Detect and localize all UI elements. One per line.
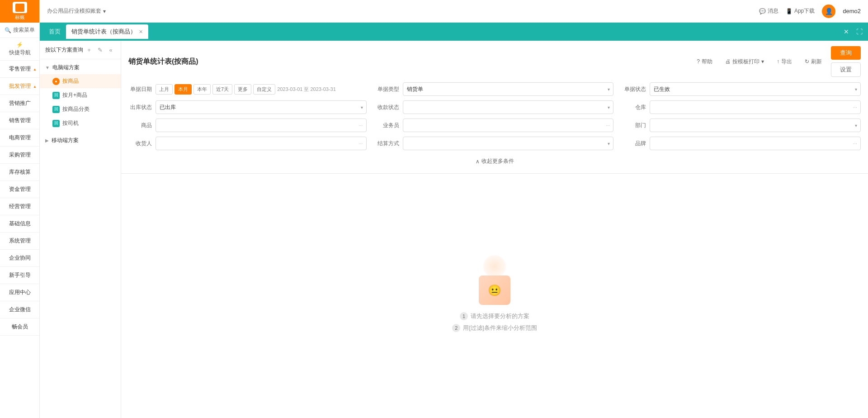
empty-box: 😐 [479, 276, 510, 305]
scheme-item-by-product[interactable]: ● 按商品 [40, 74, 121, 88]
print-label: 按模板打印 [732, 58, 760, 66]
scheme-item-by-cashier[interactable]: 回 按司机 [40, 116, 121, 130]
receiver-field: 收货人 ··· [128, 137, 367, 150]
out-status-field: 出库状态 ▾ [128, 100, 367, 114]
settlement-field: 结算方式 ▾ [376, 137, 614, 150]
user-name[interactable]: demo2 [843, 8, 861, 14]
collapse-btn[interactable]: ∧ 收起更多条件 [128, 155, 861, 168]
scheme-item-by-month-product[interactable]: 回 按月+商品 [40, 88, 121, 102]
tab-close-all-icon[interactable]: ✕ [842, 26, 851, 37]
sidebar-item-member[interactable]: 畅会员 [0, 318, 39, 336]
salesperson-label: 业务员 [376, 122, 399, 129]
export-btn[interactable]: ↑ 导出 [773, 56, 796, 67]
receiver-input[interactable] [156, 137, 367, 150]
collect-status-label: 收款状态 [376, 104, 399, 111]
settings-btn[interactable]: 设置 [831, 62, 861, 77]
refresh-btn[interactable]: ↻ 刷新 [801, 56, 826, 67]
department-input[interactable] [650, 119, 861, 132]
date-this-year-btn[interactable]: 本年 [193, 84, 211, 95]
doc-status-input[interactable] [650, 82, 861, 96]
app-download-btn[interactable]: 📱 App下载 [786, 7, 815, 15]
collect-status-input-wrap: ▾ [403, 100, 614, 114]
sidebar-item-operation[interactable]: 经营管理 [0, 198, 39, 215]
product-field: 商品 ··· [128, 119, 367, 132]
warehouse-input[interactable] [650, 100, 861, 114]
warehouse-more-icon[interactable]: ··· [853, 104, 857, 110]
user-avatar[interactable]: 👤 [822, 5, 835, 18]
date-more-btn[interactable]: 更多 [234, 84, 251, 95]
scheme-add-btn[interactable]: + [85, 45, 94, 54]
header-left: 办公用品行业模拟账套 ▾ [47, 7, 106, 15]
sidebar-item-system[interactable]: 系统管理 [0, 233, 39, 250]
message-btn[interactable]: 💬 消息 [759, 7, 778, 15]
salesperson-field: 业务员 ··· [376, 119, 614, 132]
out-status-input[interactable] [156, 100, 367, 114]
date-custom-btn[interactable]: 自定义 [253, 84, 275, 95]
product-input[interactable] [156, 119, 367, 132]
doc-type-field: 单据类型 ▾ [376, 82, 614, 96]
scheme-item-by-category[interactable]: 回 按商品分类 [40, 102, 121, 116]
tab-close-icon[interactable]: ✕ [139, 29, 143, 35]
settlement-input[interactable] [403, 137, 614, 150]
tab-home[interactable]: 首页 [43, 24, 66, 39]
empty-hint-1-num: 1 [460, 312, 468, 320]
sidebar-item-ecommerce[interactable]: 电商管理 [0, 129, 39, 147]
industry-label: 办公用品行业模拟账套 [47, 7, 101, 15]
doc-status-input-wrap: ▾ [650, 82, 861, 96]
date-last-month-btn[interactable]: 上月 [156, 84, 173, 95]
brand-more-icon[interactable]: ··· [853, 141, 857, 146]
sidebar-item-retail[interactable]: 零售管理 [0, 61, 39, 78]
sidebar-item-apps[interactable]: 应用中心 [0, 284, 39, 301]
help-btn[interactable]: ? 帮助 [693, 56, 716, 67]
print-btn[interactable]: 🖨 按模板打印 ▾ [722, 56, 768, 67]
help-icon: ? [697, 58, 700, 65]
sidebar-item-enterprise[interactable]: 企业协同 [0, 250, 39, 267]
settlement-input-wrap: ▾ [403, 137, 614, 150]
header-right: 💬 消息 📱 App下载 👤 demo2 [759, 5, 861, 18]
tab-sales-stat[interactable]: 销货单统计表（按商品） ✕ [66, 24, 148, 39]
query-btn[interactable]: 查询 [831, 46, 861, 60]
industry-selector[interactable]: 办公用品行业模拟账套 ▾ [47, 7, 106, 15]
scheme-item-by-month-product-label: 按月+商品 [62, 91, 87, 99]
scheme-collapse-btn[interactable]: « [106, 45, 115, 54]
app-logo: 标账 [0, 0, 39, 23]
sidebar-item-inventory[interactable]: 库存核算 [0, 164, 39, 181]
collect-status-input[interactable] [403, 100, 614, 114]
salesperson-input[interactable] [403, 119, 614, 132]
scheme-item-square-icon-1: 回 [52, 92, 60, 99]
salesperson-more-icon[interactable]: ··· [606, 123, 610, 128]
brand-label: 品牌 [623, 140, 646, 147]
scheme-group-pc-header[interactable]: ▼ 电脑端方案 [40, 61, 121, 74]
filter-row-4: 收货人 ··· 结算方式 ▾ [128, 137, 861, 150]
scheme-group-mobile-header[interactable]: ▶ 移动端方案 [40, 134, 121, 147]
sidebar-item-basic[interactable]: 基础信息 [0, 215, 39, 233]
empty-hint-2-text: 用[过滤]条件来缩小分析范围 [463, 324, 537, 332]
doc-type-input[interactable] [403, 82, 614, 96]
sidebar-item-marketing[interactable]: 营销推广 [0, 95, 39, 112]
app-download-label: App下载 [794, 7, 815, 15]
receiver-more-icon[interactable]: ··· [359, 141, 363, 146]
warehouse-input-wrap: ··· [650, 100, 861, 114]
scheme-edit-btn[interactable]: ✎ [95, 45, 104, 54]
quick-nav[interactable]: ⚡ 快捷导航 [0, 38, 39, 61]
sidebar-item-purchase[interactable]: 采购管理 [0, 147, 39, 164]
date-this-month-btn[interactable]: 本月 [175, 84, 192, 95]
date-last-7-days-btn[interactable]: 近7天 [212, 84, 232, 95]
top-header: 办公用品行业模拟账套 ▾ 💬 消息 📱 App下载 👤 demo2 [40, 0, 868, 23]
export-icon: ↑ [777, 58, 779, 65]
product-more-icon[interactable]: ··· [359, 123, 363, 128]
sidebar-item-guide[interactable]: 新手引导 [0, 267, 39, 284]
search-menu[interactable]: 🔍 搜索菜单 [0, 23, 39, 38]
warehouse-field: 仓库 ··· [623, 100, 861, 114]
sidebar-item-wechat[interactable]: 企业微信 [0, 301, 39, 318]
sidebar-item-sales[interactable]: 销售管理 [0, 112, 39, 129]
sidebar-item-finance[interactable]: 资金管理 [0, 181, 39, 198]
brand-input[interactable] [650, 137, 861, 150]
empty-icon: 😐 [472, 260, 517, 305]
tab-expand-icon[interactable]: ⛶ [854, 26, 864, 37]
department-field: 部门 ▾ [623, 119, 861, 132]
scheme-group-pc: ▼ 电脑端方案 ● 按商品 回 按月+商品 回 按商品分类 回 按司 [40, 59, 121, 132]
empty-hint-1: 1 请先选择要分析的方案 [460, 312, 529, 320]
logo-text: 标账 [15, 14, 25, 21]
sidebar-item-wholesale[interactable]: 批发管理 [0, 78, 39, 95]
